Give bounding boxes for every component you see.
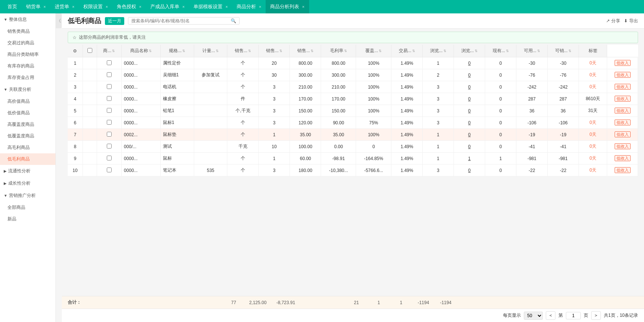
col-coverage[interactable]: 覆盖...⇅ — [356, 45, 391, 57]
col-trade[interactable]: 交易...⇅ — [391, 45, 423, 57]
col-current[interactable]: 现有...⇅ — [485, 45, 516, 57]
nav-product-warehousing[interactable]: 产成品入库单 × — [146, 0, 189, 13]
row-browse1-3[interactable]: 0 — [454, 93, 485, 105]
col-browse2[interactable]: 浏览...⇅ — [454, 45, 485, 57]
nav-close-template[interactable]: × — [225, 4, 228, 9]
row-browse1-6[interactable]: 0 — [454, 129, 485, 141]
row-coverage-5: 1.49% — [391, 117, 423, 129]
sidebar-group-growth[interactable]: ▶ 成长性分析 — [0, 177, 55, 189]
sidebar-item-sales-products[interactable]: 销售类商品 — [0, 26, 55, 37]
row-check-6[interactable] — [107, 132, 112, 137]
footer-trade: 21 — [345, 300, 368, 305]
nav-sales-order[interactable]: 销货单 × — [22, 0, 50, 13]
col-spec[interactable]: 规格...⇅ — [160, 45, 194, 57]
row-checkbox-6[interactable] — [97, 129, 121, 141]
nav-home[interactable]: 首页 — [3, 0, 22, 13]
row-browse1-0[interactable]: 0 — [454, 57, 485, 69]
row-checkbox-1[interactable] — [97, 69, 121, 81]
row-available-7: -41 — [548, 141, 579, 153]
page-input[interactable] — [566, 312, 581, 319]
nav-template-setting[interactable]: 单据模板设置 × — [189, 0, 232, 13]
nav-permission[interactable]: 权限设置 × — [79, 0, 112, 13]
row-check-1[interactable] — [107, 72, 112, 77]
sidebar-collapse-btn[interactable]: 《 — [56, 13, 62, 28]
col-sales-price[interactable]: 销售...⇅ — [259, 45, 290, 57]
col-sales-amount[interactable]: 销售...⇅ — [290, 45, 321, 57]
sidebar-item-inventory-capital[interactable]: 库存资金占用 — [0, 72, 55, 83]
row-browse1-4[interactable]: 0 — [454, 105, 485, 117]
row-checkbox-2[interactable] — [97, 81, 121, 93]
row-checkbox-8[interactable] — [97, 153, 121, 165]
sidebar-item-high-value[interactable]: 高价值商品 — [0, 96, 55, 107]
export-button[interactable]: ⬇ 导出 — [624, 18, 638, 24]
nav-product-analysis-list[interactable]: 商品分析列表 × — [266, 0, 309, 13]
nav-close-analysis[interactable]: × — [259, 4, 261, 9]
row-checkbox-4[interactable] — [97, 105, 121, 117]
sidebar-item-low-margin[interactable]: 低毛利商品 — [0, 153, 55, 165]
search-input[interactable] — [131, 18, 231, 23]
per-page-select[interactable]: 50 100 200 — [524, 312, 543, 320]
nav-close-product[interactable]: × — [182, 4, 185, 9]
nav-close-role[interactable]: × — [139, 4, 141, 9]
sidebar-group-marketing[interactable]: ▼ 营销推广分析 — [0, 189, 55, 202]
nav-role-auth[interactable]: 角色授权 × — [112, 0, 146, 13]
col-available[interactable]: 可用...⇅ — [516, 45, 548, 57]
row-check-4[interactable] — [107, 108, 112, 113]
prev-page-btn[interactable]: ＜ — [546, 311, 555, 320]
sidebar-item-high-margin[interactable]: 高毛利商品 — [0, 142, 55, 153]
sidebar-item-high-coverage[interactable]: 高覆盖度商品 — [0, 119, 55, 130]
sidebar-group-growth-label: 成长性分析 — [8, 180, 31, 186]
sidebar-item-all-products[interactable]: 全部商品 — [0, 202, 55, 213]
row-checkbox-0[interactable] — [97, 57, 121, 69]
col-settings[interactable]: ⚙ — [68, 45, 83, 57]
row-browse1-9[interactable]: 0 — [454, 165, 485, 176]
row-browse1-8[interactable]: 1 — [454, 153, 485, 165]
next-page-btn[interactable]: ＞ — [591, 311, 601, 320]
row-browse1-5[interactable]: 0 — [454, 117, 485, 129]
sidebar-item-stocked-products[interactable]: 有库存的商品 — [0, 60, 55, 72]
search-icon[interactable]: 🔍 — [231, 18, 236, 23]
sidebar-item-low-coverage[interactable]: 低覆盖度商品 — [0, 130, 55, 142]
row-check-3[interactable] — [107, 96, 112, 101]
row-checkbox-5[interactable] — [97, 117, 121, 129]
col-code[interactable]: 商...⇅ — [97, 45, 121, 57]
share-button[interactable]: ↗ 分享 — [606, 18, 620, 24]
nav-product-analysis[interactable]: 商品分析 × — [232, 0, 266, 13]
sidebar-item-category-rate[interactable]: 商品分类助销率 — [0, 49, 55, 60]
col-checkbox[interactable] — [83, 45, 97, 57]
nav-close-sales[interactable]: × — [44, 4, 46, 9]
row-browse1-2[interactable]: 0 — [454, 81, 485, 93]
row-check-7[interactable] — [107, 144, 112, 149]
row-checkbox-9[interactable] — [97, 165, 121, 176]
row-check-0[interactable] — [107, 60, 112, 65]
row-check-8[interactable] — [107, 156, 112, 160]
nav-close-permission[interactable]: × — [106, 4, 108, 9]
nav-close-analysis-list[interactable]: × — [302, 4, 304, 9]
table-row: 5 0000... 铅笔1 个,千克 3 150.00 150.00 100% … — [68, 105, 638, 117]
sidebar-item-traded-products[interactable]: 交易过的商品 — [0, 37, 55, 49]
col-browse1[interactable]: 浏览...⇅ — [423, 45, 454, 57]
row-check-2[interactable] — [107, 84, 112, 89]
col-salable[interactable]: 可销...⇅ — [548, 45, 579, 57]
row-coverage-9: 1.49% — [391, 165, 423, 176]
sidebar-group-circulation[interactable]: ▶ 流通性分析 — [0, 165, 55, 177]
nav-purchase-order[interactable]: 进货单 × — [50, 0, 79, 13]
row-check-5[interactable] — [107, 120, 112, 125]
row-checkbox-7[interactable] — [97, 141, 121, 153]
sidebar-item-low-value[interactable]: 低价值商品 — [0, 107, 55, 119]
row-checkbox-3[interactable] — [97, 93, 121, 105]
col-tag[interactable]: 标签 — [579, 45, 607, 57]
col-sales-qty[interactable]: 销售...⇅ — [227, 45, 259, 57]
row-check-9[interactable] — [107, 168, 112, 172]
sidebar-group-overall[interactable]: ▼ 整体信息 — [0, 13, 55, 26]
row-browse1-7[interactable]: 0 — [454, 141, 485, 153]
nav-close-purchase[interactable]: × — [72, 4, 74, 9]
col-name[interactable]: 商品名称⇅ — [122, 45, 161, 57]
row-browse1-1[interactable]: 0 — [454, 69, 485, 81]
period-button[interactable]: 近一月 — [105, 17, 124, 25]
select-all-checkbox[interactable] — [87, 48, 92, 53]
col-unit[interactable]: 计量...⇅ — [194, 45, 227, 57]
sidebar-group-relevance[interactable]: ▼ 关联度分析 — [0, 83, 55, 96]
sidebar-item-new-products[interactable]: 新品 — [0, 213, 55, 225]
col-gross-rate[interactable]: 毛利率⇅ — [321, 45, 356, 57]
